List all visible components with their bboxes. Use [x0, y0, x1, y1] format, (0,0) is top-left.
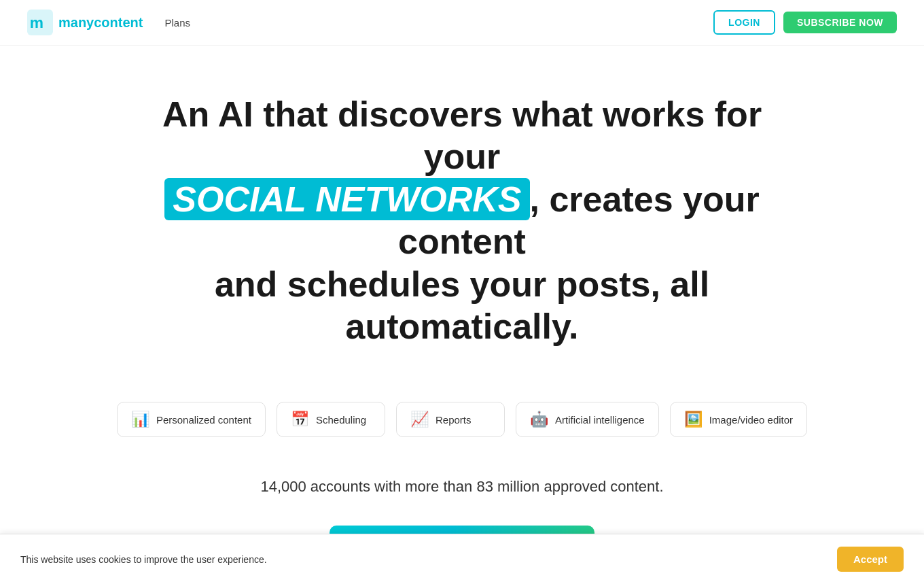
hero-title: An AI that discovers what works for your…	[156, 93, 768, 347]
feature-label-1: Scheduling	[316, 414, 366, 426]
stats-text: 14,000 accounts with more than 83 millio…	[260, 478, 663, 495]
hero-title-line1: An AI that discovers what works for your	[162, 95, 762, 176]
plans-nav-link[interactable]: Plans	[164, 17, 190, 29]
logo-link[interactable]: m manycontent	[27, 10, 143, 35]
feature-icon-4: 🖼️	[684, 411, 703, 428]
cookie-banner: This website uses cookies to improve the…	[0, 534, 924, 584]
hero-title-line3: and schedules your posts, all automatica…	[215, 264, 709, 346]
feature-card-2: 📈Reports	[396, 402, 505, 437]
feature-label-0: Personalized content	[156, 414, 251, 426]
nav-right: LOGIN SUBSCRIBE NOW	[713, 10, 897, 35]
feature-label-4: Image/video editor	[709, 414, 793, 426]
feature-card-3: 🤖Artificial intelligence	[516, 402, 659, 437]
hero-section: An AI that discovers what works for your…	[0, 46, 924, 375]
logo-icon: m	[27, 10, 53, 35]
features-row: 📊Personalized content📅Scheduling📈Reports…	[0, 375, 924, 451]
login-button[interactable]: LOGIN	[713, 10, 775, 35]
nav-left: m manycontent Plans	[27, 10, 190, 35]
navbar: m manycontent Plans LOGIN SUBSCRIBE NOW	[0, 0, 924, 46]
cookie-text: This website uses cookies to improve the…	[20, 554, 267, 565]
accept-cookies-button[interactable]: Accept	[837, 547, 904, 572]
feature-icon-3: 🤖	[530, 411, 548, 428]
feature-card-0: 📊Personalized content	[117, 402, 266, 437]
hero-highlight: SOCIAL NETWORKS	[164, 178, 529, 220]
feature-icon-1: 📅	[291, 411, 309, 428]
subscribe-nav-button[interactable]: SUBSCRIBE NOW	[783, 12, 897, 33]
feature-label-3: Artificial intelligence	[555, 414, 645, 426]
stats-section: 14,000 accounts with more than 83 millio…	[0, 451, 924, 509]
logo-text: manycontent	[58, 15, 143, 31]
feature-label-2: Reports	[436, 414, 472, 426]
feature-card-1: 📅Scheduling	[277, 402, 385, 437]
feature-icon-2: 📈	[410, 411, 429, 428]
feature-card-4: 🖼️Image/video editor	[670, 402, 807, 437]
svg-text:m: m	[30, 14, 43, 31]
feature-icon-0: 📊	[131, 411, 149, 428]
